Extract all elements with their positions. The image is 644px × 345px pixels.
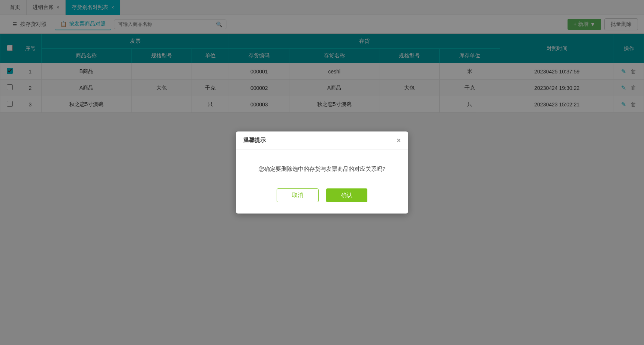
dialog-overlay: 温馨提示 × 您确定要删除选中的存货与发票商品的对应关系吗? 取消 确认 — [0, 0, 644, 113]
